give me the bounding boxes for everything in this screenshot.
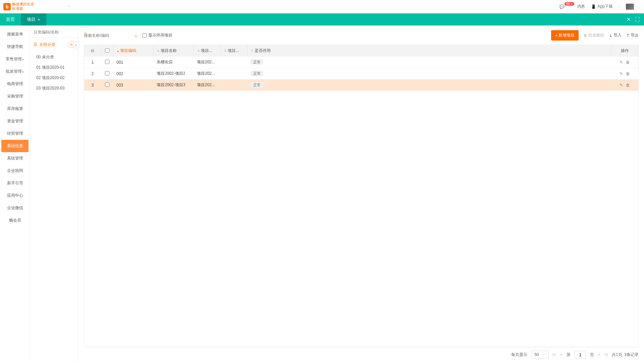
caret-right-icon: ▸ [22,70,24,73]
per-page-label: 每页显示 [511,352,527,358]
sidebar-item[interactable]: 零售管理▸ [0,53,30,65]
table-row[interactable]: 2 002 项目2002-项目2 项目202... 正常 ✎ 🗑 [84,68,638,79]
list-icon: ☰ [34,42,37,47]
row-checkbox[interactable] [105,71,109,75]
project-table: ⚙ 项目编码 项目名称 项目... 项目... 是否停用 操作 1 001 东楼… [84,45,638,91]
sidebar-item[interactable]: 采购管理 [0,90,30,103]
category-search-input[interactable] [34,30,84,35]
sidebar-item[interactable]: 企业微信 [0,202,30,214]
logo-text: 畅捷通好生意 [12,2,34,6]
next-page-button[interactable]: > [598,352,600,357]
status-badge: 正常 [251,71,263,76]
logo[interactable]: b 畅捷通好生意 标准版 [3,2,34,11]
tab-home[interactable]: 首页 [0,13,21,25]
top-right: 💬 99 + 消息 📱 App下载 | [559,4,641,10]
delete-icon[interactable]: 🗑 [626,71,630,76]
category-all[interactable]: ☰ 全部分类 ✎ [30,38,78,51]
sidebar-item[interactable]: 系统管理 [0,152,30,165]
sidebar-item[interactable]: 基础信息 [1,140,29,152]
page-suffix: 页 [590,352,594,358]
message-badge: 99 + [565,2,575,6]
tab-bar: 首页 项目 × ✕ ⛶ [0,13,644,25]
column-checkbox [101,45,113,57]
row-checkbox[interactable] [105,60,109,64]
sidebar-item[interactable]: 新手引导 [0,177,30,189]
sidebar-item[interactable]: 电商管理 [0,78,30,90]
plus-icon: + [555,33,557,38]
messages-link[interactable]: 💬 99 + 消息 [559,4,585,9]
last-page-button[interactable]: >| [604,352,608,357]
sidebar-item[interactable]: 企业协同 [0,165,30,177]
trash-icon: 🗑 [583,33,587,38]
category-item[interactable]: 01 项目2020-01 [30,62,78,73]
select-all-checkbox[interactable] [105,48,109,53]
edit-icon[interactable]: ✎ [620,71,623,76]
column-settings[interactable]: ⚙ [84,45,101,57]
logo-icon: b [3,3,11,10]
show-disabled-checkbox[interactable]: 显示停用项目 [142,33,172,38]
table-container: ⚙ 项目编码 项目名称 项目... 项目... 是否停用 操作 1 001 东楼… [84,45,639,347]
column-code[interactable]: 项目编码 [113,45,153,57]
page-input[interactable] [575,351,586,359]
user-name [635,6,641,7]
row-checkbox[interactable] [105,82,109,87]
category-panel: ⌕ ☰ 全部分类 ✎ « 00 未分类01 项目2020-0102 项目2020… [30,25,78,362]
category-item[interactable]: 02 项目2020-02 [30,73,78,83]
content: ⌕ 显示停用项目 + 新增项目 🗑 批量删除 ⤓ 导入 ⤒ 导出 [78,25,644,362]
table-row[interactable]: 3 003 项目2002-项目3 项目202... 正常 ✎ 🗑 [84,79,638,91]
sidebar-item[interactable]: 批发管理▸ [0,65,30,78]
checkbox-input[interactable] [142,33,147,38]
phone-icon: 📱 [591,4,596,9]
chevron-down-icon: ﹀ [542,352,546,357]
tab-project[interactable]: 项目 × [21,13,46,25]
sidebar-item[interactable]: 搜索菜单 [0,28,30,41]
delete-icon[interactable]: 🗑 [626,83,630,87]
close-icon[interactable]: × [38,17,40,22]
column-col3[interactable]: 项目... [194,45,220,57]
fullscreen-icon[interactable]: ⛶ [635,16,640,22]
download-link[interactable]: 📱 App下载 [591,4,612,9]
sidebar-item[interactable]: 资金管理 [0,115,30,127]
first-page-button[interactable]: |< [553,352,556,357]
sidebar-item[interactable]: 快捷导航 [0,41,30,53]
edit-icon[interactable]: ✎ [620,83,623,87]
sidebar-item[interactable]: 应用中心 [0,189,30,202]
prev-page-button[interactable]: < [560,352,562,357]
total-text: 共1页, 3条记录 [612,352,639,358]
collapse-panel-icon[interactable]: « [74,42,78,48]
user-menu[interactable] [626,4,641,10]
category-item[interactable]: 03 项目2020-03 [30,83,78,94]
sidebar-item[interactable]: 畅会员 [0,214,30,227]
gear-icon[interactable]: ⚙ [91,48,95,53]
sidebar-item[interactable]: 经营管理 [0,127,30,140]
company-selector[interactable]: ﹀ [47,4,71,9]
column-name[interactable]: 项目名称 [153,45,194,57]
close-all-icon[interactable]: ✕ [627,16,631,22]
pagination: 每页显示 50 ﹀ |< < 第 页 > >| 共1页, 3条记录 [84,347,639,362]
sidebar-item[interactable]: 库存核算 [0,103,30,115]
tab-controls: ✕ ⛶ [627,16,644,22]
top-left: b 畅捷通好生意 标准版 ﹀ [3,2,71,11]
avatar [626,4,634,10]
add-project-button[interactable]: + 新增项目 [551,30,579,41]
search-icon[interactable]: ⌕ [84,29,87,35]
category-list: 00 未分类01 项目2020-0102 项目2020-0203 项目2020-… [30,51,78,94]
page-prefix: 第 [567,352,571,358]
column-col4[interactable]: 项目... [220,45,247,57]
message-icon: 💬 [559,4,565,9]
search-box: ⌕ [84,33,138,38]
category-item[interactable]: 00 未分类 [30,52,78,62]
export-button[interactable]: ⤒ 导出 [626,33,639,38]
caret-right-icon: ▸ [22,58,24,61]
import-button[interactable]: ⤓ 导入 [609,33,622,38]
edit-icon[interactable]: ✎ [620,60,623,65]
table-row[interactable]: 1 001 东楼街店 项目202... 正常 ✎ 🗑 [84,57,638,68]
category-search: ⌕ [30,28,78,36]
per-page-select[interactable]: 50 ﹀ [531,351,548,359]
logo-subtitle: 标准版 [12,6,34,11]
chevron-down-icon: ﹀ [67,4,71,9]
delete-icon[interactable]: 🗑 [626,60,630,65]
search-icon[interactable]: ⌕ [135,33,138,38]
search-input[interactable] [84,33,135,38]
column-disabled[interactable]: 是否停用 [247,45,611,57]
